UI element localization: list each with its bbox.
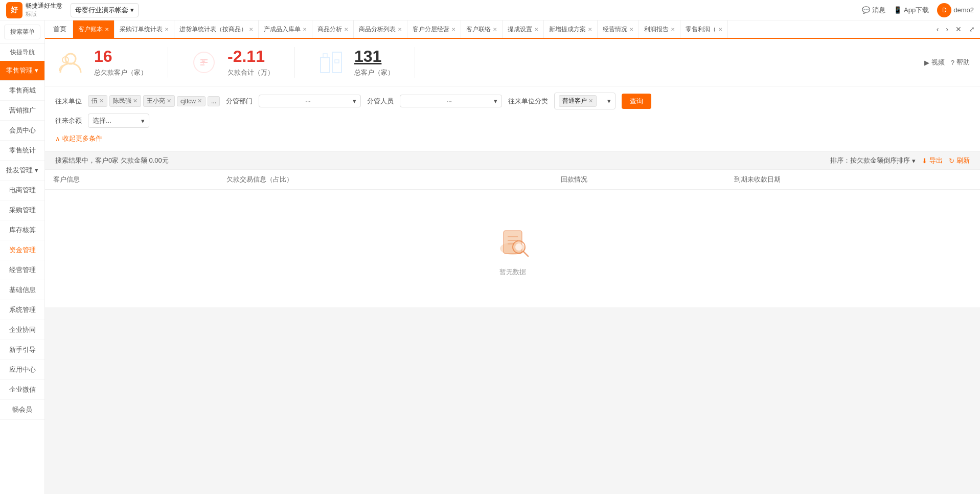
- logo-icon: 好: [6, 2, 22, 18]
- col-due-date: 到期未收款日期: [726, 170, 980, 190]
- tab-close-4[interactable]: ✕: [303, 27, 307, 32]
- sort-selector[interactable]: 排序：按欠款金额倒序排序 ▾: [830, 156, 916, 165]
- export-button[interactable]: ⬇ 导出: [922, 156, 943, 165]
- tab-close-all-button[interactable]: ✕: [952, 24, 965, 34]
- video-label: 视频: [931, 58, 945, 67]
- unit-class-select[interactable]: 普通客户 ✕ ▾: [554, 93, 616, 109]
- table-header: 客户信息 欠款交易信息（占比） 回款情况 到期未收款日期: [45, 170, 980, 190]
- logo-text: 畅捷通好生意: [26, 2, 62, 10]
- tab-3[interactable]: 进货单统计表（按商品）✕: [174, 20, 259, 38]
- tab-close-9[interactable]: ✕: [534, 27, 538, 32]
- tab-4[interactable]: 产成品入库单✕: [259, 20, 312, 38]
- sidebar-item-14[interactable]: 新手引导: [0, 340, 44, 360]
- tab-6[interactable]: 商品分析列表✕: [354, 20, 407, 38]
- help-icon: ?: [951, 59, 954, 66]
- more-units-button[interactable]: ...: [208, 96, 220, 106]
- unit-tag-wu-text: 伍: [92, 97, 98, 105]
- export-icon: ⬇: [922, 157, 927, 165]
- unit-tag-wu-remove[interactable]: ✕: [99, 98, 104, 104]
- tab-close-3[interactable]: ✕: [249, 27, 253, 32]
- unit-tag-wang-remove[interactable]: ✕: [167, 98, 171, 104]
- refresh-button[interactable]: ↻ 刷新: [949, 156, 970, 165]
- tab-close-2[interactable]: ✕: [165, 27, 169, 32]
- sidebar-item-11[interactable]: 基础信息: [0, 280, 44, 300]
- message-button[interactable]: 💬 消息: [862, 6, 885, 15]
- tab-0[interactable]: 首页: [47, 20, 73, 38]
- quick-nav-button[interactable]: 快捷导航: [0, 44, 44, 61]
- sidebar-item-17[interactable]: 畅会员: [0, 400, 44, 420]
- sidebar-item-10[interactable]: 经营管理: [0, 260, 44, 280]
- tabs-container: 首页客户账本✕采购订单统计表✕进货单统计表（按商品）✕产成品入库单✕商品分析✕商…: [47, 20, 933, 38]
- tab-prev-button[interactable]: ‹: [933, 24, 942, 34]
- tab-close-6[interactable]: ✕: [398, 27, 402, 32]
- sidebar-item-7[interactable]: 采购管理: [0, 200, 44, 220]
- unit-tag-cjttcw[interactable]: cjttcw ✕: [177, 96, 206, 106]
- tab-5[interactable]: 商品分析✕: [312, 20, 354, 38]
- unit-tag-chen-remove[interactable]: ✕: [133, 98, 138, 104]
- unit-tag-wang[interactable]: 王小亮 ✕: [143, 95, 175, 107]
- tab-12[interactable]: 利润报告✕: [639, 20, 680, 38]
- stat-value-total: 131: [354, 48, 394, 65]
- tab-label-11: 经营情况: [603, 25, 627, 34]
- sidebar-item-16[interactable]: 企业微信: [0, 380, 44, 400]
- unit-tag-chen[interactable]: 陈民强 ✕: [109, 95, 141, 107]
- sidebar-item-5[interactable]: 批发管理 ▾: [0, 161, 44, 181]
- tab-bar: 首页客户账本✕采购订单统计表✕进货单统计表（按商品）✕产成品入库单✕商品分析✕商…: [45, 20, 980, 39]
- tab-restore-button[interactable]: ⤢: [966, 24, 978, 34]
- tab-actions: ‹ › ✕ ⤢: [933, 24, 978, 34]
- content-area: 首页客户账本✕采购订单统计表✕进货单统计表（按商品）✕产成品入库单✕商品分析✕商…: [45, 20, 980, 494]
- sidebar-item-8[interactable]: 库存核算: [0, 220, 44, 240]
- sidebar-item-9[interactable]: 资金管理: [0, 240, 44, 260]
- unit-tag-wu[interactable]: 伍 ✕: [88, 95, 107, 107]
- tab-close-13[interactable]: ✕: [718, 27, 722, 32]
- tab-close-10[interactable]: ✕: [588, 27, 592, 32]
- search-button[interactable]: 查询: [622, 94, 651, 109]
- tab-8[interactable]: 客户联络✕: [461, 20, 503, 38]
- store-selector[interactable]: 母婴行业演示帐套 ▾: [71, 3, 139, 17]
- balance-select[interactable]: 选择... ▾: [88, 114, 149, 128]
- sidebar-item-15[interactable]: 应用中心: [0, 360, 44, 380]
- tab-next-button[interactable]: ›: [943, 24, 951, 34]
- tab-close-12[interactable]: ✕: [671, 27, 675, 32]
- amount-icon: ¥: [189, 47, 219, 78]
- user-menu[interactable]: D demo2: [937, 3, 974, 17]
- unit-tag-cjttcw-remove[interactable]: ✕: [197, 98, 202, 104]
- tab-label-2: 采购订单统计表: [120, 25, 163, 34]
- tab-13[interactable]: 零售利润（✕: [680, 20, 728, 38]
- sidebar-item-label-0: 零售管理: [6, 66, 33, 74]
- dept-select-more: ···: [305, 97, 311, 105]
- tab-close-1[interactable]: ✕: [105, 27, 109, 32]
- tab-10[interactable]: 新增提成方案✕: [544, 20, 598, 38]
- sidebar-item-3[interactable]: 会员中心: [0, 121, 44, 141]
- sidebar-item-4[interactable]: 零售统计: [0, 141, 44, 161]
- tab-11[interactable]: 经营情况✕: [598, 20, 639, 38]
- results-actions: 排序：按欠款金额倒序排序 ▾ ⬇ 导出 ↻ 刷新: [830, 156, 970, 165]
- tab-2[interactable]: 采购订单统计表✕: [115, 20, 174, 38]
- collapse-button[interactable]: ∧ 收起更多条件: [55, 132, 970, 145]
- sidebar-item-13[interactable]: 企业协同: [0, 320, 44, 340]
- tab-close-5[interactable]: ✕: [344, 27, 348, 32]
- sidebar-item-0[interactable]: 零售管理 ▾: [0, 61, 44, 81]
- sidebar-item-6[interactable]: 电商管理: [0, 181, 44, 200]
- sort-arrow: ▾: [912, 157, 916, 165]
- sidebar-item-12[interactable]: 系统管理: [0, 300, 44, 320]
- top-bar: 好 畅捷通好生意 标版 母婴行业演示帐套 ▾ 💬 消息 📱 App下载 D de…: [0, 0, 980, 20]
- tab-label-5: 商品分析: [317, 25, 342, 34]
- sidebar-item-1[interactable]: 零售商城: [0, 81, 44, 101]
- app-download-button[interactable]: 📱 App下载: [894, 6, 929, 15]
- tab-close-8[interactable]: ✕: [493, 27, 497, 32]
- tab-7[interactable]: 客户分层经营✕: [407, 20, 461, 38]
- help-button[interactable]: ? 帮助: [951, 58, 970, 67]
- video-help-button[interactable]: ▶ 视频: [924, 58, 945, 67]
- tab-close-7[interactable]: ✕: [451, 27, 455, 32]
- tab-9[interactable]: 提成设置✕: [503, 20, 544, 38]
- tab-label-13: 零售利润（: [686, 25, 716, 34]
- tab-1[interactable]: 客户账本✕: [73, 20, 115, 38]
- tab-close-11[interactable]: ✕: [629, 27, 633, 32]
- search-menu-button[interactable]: 搜索菜单: [4, 25, 40, 39]
- unit-class-remove[interactable]: ✕: [588, 98, 593, 104]
- tab-label-4: 产成品入库单: [264, 25, 301, 34]
- dept-select[interactable]: ··· ▾: [259, 95, 361, 107]
- sidebar-item-2[interactable]: 营销推广: [0, 101, 44, 121]
- person-select[interactable]: ··· ▾: [400, 95, 502, 107]
